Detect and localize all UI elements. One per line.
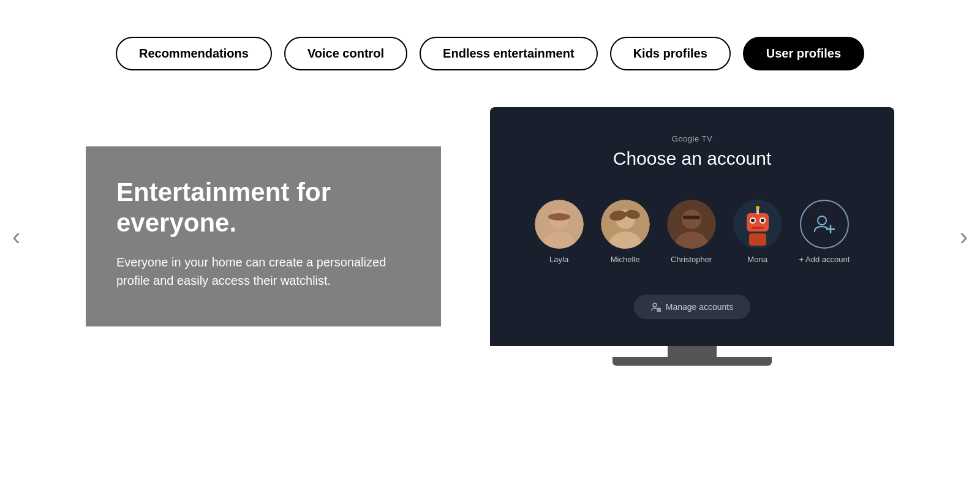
tv-title: Choose an account bbox=[613, 148, 772, 169]
tab-recommendations[interactable]: Recommendations bbox=[116, 37, 272, 70]
tv-stand-base bbox=[612, 357, 772, 366]
prev-arrow[interactable]: ‹ bbox=[12, 223, 20, 251]
profile-add-name: + Add account bbox=[799, 255, 850, 264]
tv-stand-neck bbox=[668, 346, 717, 357]
manage-accounts-icon bbox=[651, 302, 661, 312]
profile-mona[interactable]: Mona bbox=[733, 200, 782, 264]
manage-accounts-label: Manage accounts bbox=[666, 302, 734, 312]
avatar-mona bbox=[733, 200, 782, 249]
manage-accounts-button[interactable]: Manage accounts bbox=[634, 295, 751, 319]
panel-heading: Entertainment for everyone. bbox=[116, 177, 410, 239]
svg-point-3 bbox=[548, 213, 570, 221]
profile-mona-name: Mona bbox=[747, 255, 767, 264]
svg-point-18 bbox=[761, 219, 764, 222]
next-arrow[interactable]: › bbox=[960, 223, 968, 251]
avatar-michelle bbox=[601, 200, 650, 249]
tv-mockup: Google TV Choose an account Layla bbox=[490, 107, 894, 366]
text-panel: Entertainment for everyone. Everyone in … bbox=[86, 146, 441, 327]
add-account-avatar bbox=[800, 200, 849, 249]
nav-tabs: Recommendations Voice control Endless en… bbox=[0, 0, 980, 95]
profile-michelle[interactable]: Michelle bbox=[601, 200, 650, 264]
svg-point-26 bbox=[653, 303, 657, 307]
profile-layla-name: Layla bbox=[549, 255, 568, 264]
avatar-layla bbox=[535, 200, 584, 249]
google-tv-logo: Google TV bbox=[672, 134, 712, 143]
profiles-row: Layla Michelle bbox=[535, 200, 850, 264]
tab-voice-control[interactable]: Voice control bbox=[284, 37, 407, 70]
panel-body: Everyone in your home can create a perso… bbox=[116, 253, 410, 290]
svg-rect-22 bbox=[749, 233, 766, 246]
tab-kids-profiles[interactable]: Kids profiles bbox=[610, 37, 731, 70]
profile-christopher[interactable]: Christopher bbox=[667, 200, 716, 264]
svg-rect-12 bbox=[683, 216, 700, 219]
profile-christopher-name: Christopher bbox=[671, 255, 712, 264]
avatar-christopher bbox=[667, 200, 716, 249]
svg-rect-21 bbox=[752, 227, 764, 229]
tab-endless-entertainment[interactable]: Endless entertainment bbox=[420, 37, 598, 70]
svg-point-20 bbox=[756, 206, 760, 209]
profile-add-account[interactable]: + Add account bbox=[799, 200, 850, 264]
svg-point-23 bbox=[818, 216, 826, 225]
svg-point-17 bbox=[751, 219, 755, 222]
main-content: ‹ Entertainment for everyone. Everyone i… bbox=[0, 95, 980, 378]
tv-screen: Google TV Choose an account Layla bbox=[490, 107, 894, 346]
profile-layla[interactable]: Layla bbox=[535, 200, 584, 264]
profile-michelle-name: Michelle bbox=[611, 255, 640, 264]
tab-user-profiles[interactable]: User profiles bbox=[743, 37, 864, 70]
